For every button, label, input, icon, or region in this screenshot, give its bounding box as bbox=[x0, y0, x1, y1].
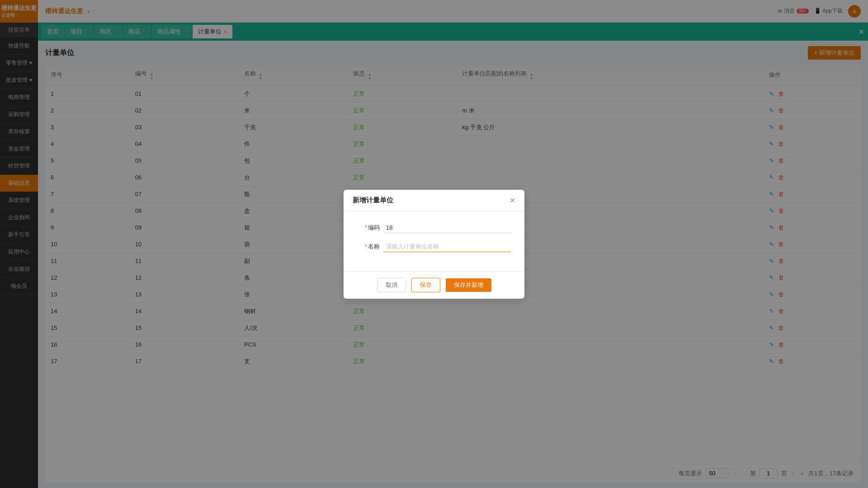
modal-close-button[interactable]: ✕ bbox=[509, 196, 515, 205]
code-required-mark: * bbox=[365, 224, 367, 231]
add-unit-modal: 新增计量单位 ✕ *编码 *名称 取消 保存 保存并新增 bbox=[344, 190, 524, 299]
modal-header: 新增计量单位 ✕ bbox=[344, 190, 524, 211]
name-required-mark: * bbox=[365, 243, 367, 250]
modal-cancel-button[interactable]: 取消 bbox=[377, 278, 406, 292]
modal-name-input[interactable] bbox=[383, 241, 511, 252]
modal-save-button[interactable]: 保存 bbox=[411, 278, 440, 292]
modal-overlay: 新增计量单位 ✕ *编码 *名称 取消 保存 保存并新增 bbox=[0, 0, 868, 488]
modal-footer: 取消 保存 保存并新增 bbox=[344, 271, 524, 299]
form-row-code: *编码 bbox=[357, 222, 511, 233]
modal-save-new-button[interactable]: 保存并新增 bbox=[446, 278, 491, 292]
form-name-label: *名称 bbox=[357, 243, 380, 251]
form-row-name: *名称 bbox=[357, 241, 511, 252]
form-code-label: *编码 bbox=[357, 224, 380, 232]
modal-title: 新增计量单位 bbox=[353, 196, 393, 205]
modal-code-input[interactable] bbox=[383, 222, 511, 233]
modal-body: *编码 *名称 bbox=[344, 211, 524, 271]
